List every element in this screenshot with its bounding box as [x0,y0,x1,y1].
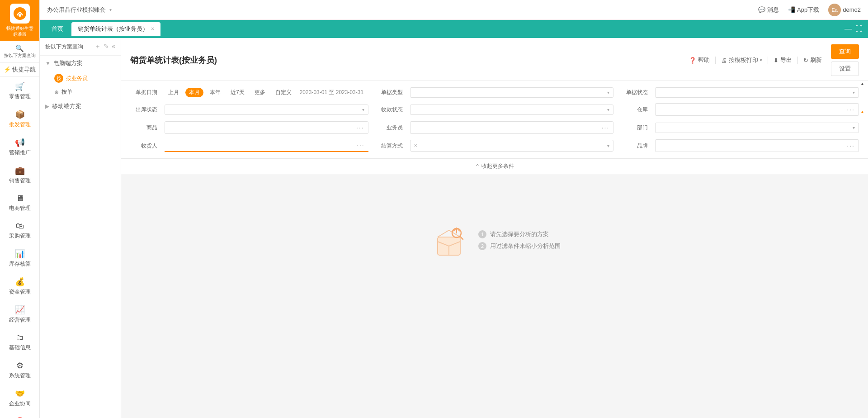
tab-close-icon[interactable]: × [151,26,154,32]
sidebar-quick-nav[interactable]: ⚡ 快捷导航 [0,63,39,77]
tab-fullscreen-icon[interactable]: ⛶ [855,25,863,33]
operations-icon: 📈 [15,305,25,315]
sidebar-item-newbie[interactable]: 🎯 新手引导 [0,412,39,418]
settlement-arrow-icon: ▾ [607,143,609,148]
date-btn-this-month[interactable]: 本月 [185,88,203,97]
tab-bar: 首页 销货单统计表（按业务员） × — ⛶ [40,20,868,38]
sidebar-item-ecommerce[interactable]: 🖥 电商管理 [0,189,39,217]
sidebar-enterprise-label: 企业协同 [9,400,31,408]
doc-status-label: 单据状态 [621,89,648,96]
help-btn[interactable]: ❓ 帮助 [689,56,710,64]
empty-state-icon [429,221,469,263]
tab-home[interactable]: 首页 [45,22,70,36]
doc-status-select[interactable]: ▾ [655,87,859,98]
account-dropdown-icon[interactable]: ▾ [109,7,112,12]
date-btn-last-month[interactable]: 上月 [165,88,183,97]
refresh-btn[interactable]: ↻ 刷新 [803,56,822,64]
date-btn-more[interactable]: 更多 [251,88,269,97]
tree-sub-desktop: 按 按业务员 ⊕ 按单 [40,71,121,99]
sidebar-item-system[interactable]: ⚙ 系统管理 [0,356,39,384]
payment-select[interactable]: ▾ [410,104,614,115]
add-plan-icon[interactable]: ＋ [94,43,101,51]
delivery-select[interactable]: ▾ [165,104,368,115]
date-filter-control: 上月 本月 本年 近7天 更多 自定义 2023-03-01 至 2023-03… [165,88,368,97]
left-panel: 按以下方案查询 ＋ ✎ « ▼ 电脑端方案 按 按业务员 ⊕ 按单 [40,38,121,418]
date-btn-7days[interactable]: 近7天 [227,88,248,97]
settlement-select[interactable]: × ▾ [410,140,614,152]
payment-arrow-icon: ▾ [607,107,609,112]
doc-status-arrow-icon: ▾ [853,90,855,95]
wholesale-icon: 📦 [15,109,25,119]
message-icon: 💬 [758,6,765,13]
sidebar-item-finance[interactable]: 💰 资金管理 [0,272,39,300]
consignee-input[interactable]: ··· [165,139,368,152]
sidebar-search-item[interactable]: 🔍 按以下方案查询 [0,41,39,63]
left-panel-actions: ＋ ✎ « [94,43,115,51]
collapse-button[interactable]: ⌃ 收起更多条件 [475,162,514,170]
tree-expand-mobile-icon: ▶ [45,103,49,109]
print-dropdown-icon: ▾ [760,58,762,62]
dept-select[interactable]: ▾ [655,123,859,133]
active-tab-label: 销货单统计表（按业务员） [78,25,148,33]
edit-plan-icon[interactable]: ✎ [104,43,109,51]
home-tab-label: 首页 [52,25,63,33]
help-label: 帮助 [698,56,710,64]
logo-text: 畅捷通好生意标准版 [6,25,33,37]
retail-icon: 🛒 [15,81,25,91]
svg-point-1 [19,14,21,17]
inventory-icon: 📊 [15,249,25,259]
settings-button[interactable]: 设置 [831,62,859,76]
brand-control: ··· [655,139,859,152]
filter-area: 单据日期 上月 本月 本年 近7天 更多 自定义 2023-03-01 至 20… [121,81,868,159]
purchase-icon: 🛍 [16,221,24,231]
doc-plan-label: 按单 [61,88,72,96]
export-btn[interactable]: ⬇ 导出 [774,56,792,64]
sidebar-item-wholesale[interactable]: 📦 批发管理 ▲ [0,105,39,133]
settlement-clear-icon[interactable]: × [414,142,417,149]
date-range-value: 2023-03-01 至 2023-03-31 [300,89,363,96]
tree-desktop-plan[interactable]: ▼ 电脑端方案 [40,56,121,71]
salesperson-label: 业务员 [376,124,403,132]
print-template-btn[interactable]: 🖨 按模板打印 ▾ [721,56,762,64]
doc-status-control: ▾ [655,87,859,98]
collapse-chevron-icon: ⌃ [475,163,480,170]
salesperson-plan-label: 按业务员 [66,75,88,82]
brand-label: 品牌 [621,142,648,150]
sidebar-item-purchase[interactable]: 🛍 采购管理 [0,217,39,244]
salesperson-input[interactable]: ··· [410,121,614,134]
desktop-plan-label: 电脑端方案 [53,59,83,67]
doc-type-control: ▾ [410,87,614,98]
app-download-btn[interactable]: 📲 App下载 [788,6,819,14]
query-button[interactable]: 查询 [831,44,859,59]
brand-dots-icon: ··· [847,142,855,149]
sidebar-item-retail[interactable]: 🛒 零售管理 ▲ [0,77,39,105]
message-btn[interactable]: 💬 消息 [758,6,779,14]
brand-input[interactable]: ··· [655,139,859,152]
delivery-arrow-icon: ▾ [362,107,364,112]
sidebar-item-marketing[interactable]: 📢 营销推广 [0,133,39,161]
date-btn-custom[interactable]: 自定义 [272,88,295,97]
goods-input[interactable]: ··· [165,121,368,134]
account-name: 办公用品行业模拟账套 [47,6,106,14]
doc-type-select[interactable]: ▾ [410,87,614,98]
doc-type-label: 单据类型 [376,89,403,96]
tab-minimize-icon[interactable]: — [844,25,852,33]
date-btn-this-year[interactable]: 本年 [206,88,224,97]
tree-mobile-plan[interactable]: ▶ 移动端方案 [40,99,121,114]
sidebar-item-inventory[interactable]: 📊 库存核算 [0,244,39,272]
collapse-panel-icon[interactable]: « [112,43,115,51]
sidebar-item-operations[interactable]: 📈 经营管理 [0,300,39,328]
tab-sales-stats[interactable]: 销货单统计表（按业务员） × [71,22,160,36]
consignee-dots-icon: ··· [357,142,365,149]
enterprise-icon: 🤝 [15,389,25,399]
tree-item-by-salesperson[interactable]: 按 按业务员 [49,71,121,86]
step-2-text: 用过滤条件来缩小分析范围 [490,242,561,250]
sidebar-item-basic-info[interactable]: 🗂 基础信息 [0,328,39,356]
sidebar-item-sales[interactable]: 💼 销售管理 [0,161,39,189]
sidebar-item-enterprise[interactable]: 🤝 企业协同 [0,384,39,412]
warehouse-input[interactable]: ··· [655,103,859,116]
user-profile[interactable]: Ea demo2 [828,4,861,16]
empty-state: 1 请先选择要分析的方案 2 用过滤条件来缩小分析范围 [429,221,561,263]
tree-item-by-doc[interactable]: ⊕ 按单 [49,86,121,99]
consignee-label: 收货人 [130,142,157,150]
